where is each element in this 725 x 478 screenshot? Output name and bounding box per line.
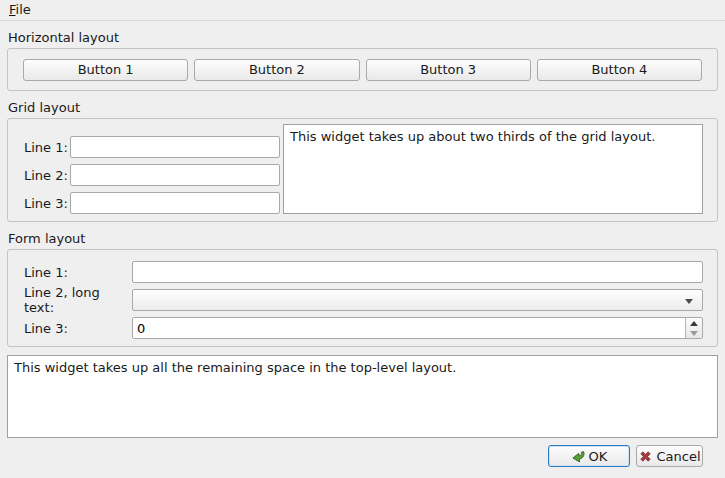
grid-textedit[interactable]: This widget takes up about two thirds of…	[283, 124, 703, 214]
grid-line2-label: Line 2:	[24, 168, 70, 183]
button-1[interactable]: Button 1	[23, 59, 188, 81]
spinbox-buttons	[685, 318, 702, 338]
triangle-down-icon	[690, 331, 698, 336]
group-title-horizontal: Horizontal layout	[8, 29, 718, 46]
group-title-grid: Grid layout	[8, 99, 718, 116]
chevron-down-icon	[685, 299, 693, 304]
form-line1-label: Line 1:	[24, 265, 132, 280]
group-title-form: Form layout	[8, 230, 718, 247]
bottom-textedit[interactable]: This widget takes up all the remaining s…	[7, 355, 718, 438]
cancel-x-icon	[638, 449, 653, 464]
ok-arrow-icon	[571, 449, 586, 464]
menubar: File	[0, 0, 725, 21]
form-line2-combobox[interactable]	[132, 289, 703, 311]
group-form-layout: Form layout Line 1: Line 2, long text: L…	[7, 230, 718, 347]
group-grid-layout: Grid layout Line 1: Line 2: Line 3: This…	[7, 99, 718, 222]
menu-file[interactable]: File	[2, 0, 38, 20]
group-frame-form: Line 1: Line 2, long text: Line 3:	[7, 249, 718, 347]
group-horizontal-layout: Horizontal layout Button 1 Button 2 Butt…	[7, 29, 718, 91]
grid-row-1: Line 1:	[24, 136, 280, 158]
grid-line1-label: Line 1:	[24, 140, 70, 155]
spin-down-button[interactable]	[686, 328, 702, 338]
ok-button-label: OK	[589, 449, 608, 464]
form-row-1: Line 1:	[24, 261, 703, 283]
spinbox-input[interactable]	[133, 318, 685, 338]
form-line2-label: Line 2, long text:	[24, 285, 132, 315]
grid-row-3: Line 3:	[24, 192, 280, 214]
cancel-button[interactable]: Cancel	[636, 445, 703, 467]
grid-line3-input[interactable]	[70, 192, 280, 214]
button-2[interactable]: Button 2	[194, 59, 359, 81]
button-4[interactable]: Button 4	[537, 59, 702, 81]
grid-line2-input[interactable]	[70, 164, 280, 186]
form-row-3: Line 3:	[24, 317, 703, 339]
cancel-button-label: Cancel	[656, 449, 700, 464]
form-line3-label: Line 3:	[24, 321, 132, 336]
button-3[interactable]: Button 3	[366, 59, 531, 81]
form-line1-input[interactable]	[132, 261, 703, 283]
ok-button[interactable]: OK	[548, 445, 630, 467]
form-row-2: Line 2, long text:	[24, 289, 703, 311]
group-frame-horizontal: Button 1 Button 2 Button 3 Button 4	[7, 48, 718, 91]
triangle-up-icon	[690, 321, 698, 326]
spin-up-button[interactable]	[686, 318, 702, 328]
grid-line1-input[interactable]	[70, 136, 280, 158]
grid-row-2: Line 2:	[24, 164, 280, 186]
grid-left-column: Line 1: Line 2: Line 3:	[24, 124, 280, 214]
form-line3-spinbox[interactable]	[132, 317, 703, 339]
grid-line3-label: Line 3:	[24, 196, 70, 211]
dialog-button-row: OK Cancel	[0, 445, 703, 467]
group-frame-grid: Line 1: Line 2: Line 3: This widget take…	[7, 118, 718, 222]
